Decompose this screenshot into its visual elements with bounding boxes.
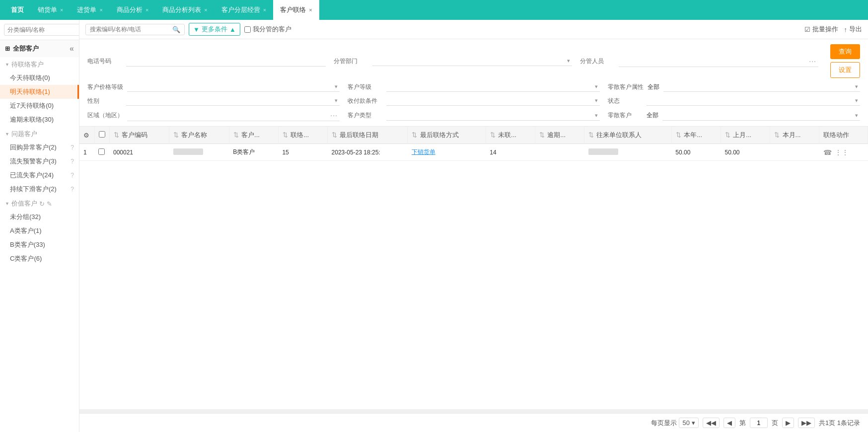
search-icon[interactable]: 🔍 <box>172 26 180 33</box>
cell-index: 1 <box>79 144 94 161</box>
search-input[interactable] <box>90 26 172 33</box>
sidebar-item-churned[interactable]: 已流失客户(24) ? <box>0 168 79 182</box>
sidebar-item-overdue-contact[interactable]: 逾期未联络(30) <box>0 113 79 127</box>
page-size-box[interactable]: 50 ▾ <box>679 418 698 428</box>
sidebar-item-class-b[interactable]: B类客户(33) <box>0 238 79 252</box>
sort-icon-contacts[interactable]: ⇅ <box>588 131 594 139</box>
price-level-select[interactable]: ▾ <box>127 82 340 92</box>
first-page-button[interactable]: ◀◀ <box>703 418 720 428</box>
sort-icon-last-method[interactable]: ⇅ <box>412 131 417 139</box>
nav-item-home[interactable]: 首页 <box>4 0 31 20</box>
sort-icon-this-month[interactable]: ⇅ <box>774 131 780 139</box>
status-select[interactable]: ▾ <box>647 96 860 106</box>
sort-icon-overdue[interactable]: ⇅ <box>539 131 545 139</box>
sort-icon-this-year[interactable]: ⇅ <box>676 131 681 139</box>
sidebar-item-today-contact[interactable]: 今天待联络(0) <box>0 71 79 85</box>
close-sales-icon[interactable]: × <box>60 7 63 13</box>
retail-customer-select[interactable]: ▾ <box>662 111 860 121</box>
sort-icon-last-date[interactable]: ⇅ <box>332 131 337 139</box>
top-navigation: 首页 销货单 × 进货单 × 商品分析 × 商品分析列表 × 客户分层经营 × … <box>0 0 868 20</box>
close-customer-tier-icon[interactable]: × <box>263 7 266 13</box>
close-customer-contact-icon[interactable]: × <box>309 7 312 13</box>
help-icon-churn[interactable]: ? <box>71 158 74 165</box>
blurred-contacts <box>588 148 618 155</box>
page-size-arrow-icon: ▾ <box>692 419 695 427</box>
gear-icon[interactable]: ⚙ <box>83 132 89 139</box>
table-row: 1 000021 B类客户 15 2023-05-23 18:25: 下销货单 <box>79 144 868 161</box>
export-button[interactable]: ↑ 导出 <box>844 25 863 34</box>
sidebar-item-declining[interactable]: 持续下滑客户(2) ? <box>0 182 79 196</box>
sidebar-item-week-contact[interactable]: 近7天待联络(0) <box>0 99 79 113</box>
close-goods-analysis-icon[interactable]: × <box>145 7 148 13</box>
close-purchase-icon[interactable]: × <box>99 7 102 13</box>
manager-select[interactable]: ··· <box>619 56 818 67</box>
content-area: 🔍 ▼ 更多条件 ▲ 我分管的客户 ☑ 批量操作 ↑ 导出 <box>79 20 868 432</box>
phone-input[interactable] <box>126 56 326 67</box>
customers-table: ⚙ ⇅ 客户编码 ⇅ 客户名称 <box>79 127 868 161</box>
horizontal-scrollbar[interactable] <box>79 409 868 413</box>
nav-item-goods-analysis[interactable]: 商品分析 × <box>110 0 155 20</box>
sidebar-all-customers[interactable]: ⊞ 全部客户 « <box>0 40 79 57</box>
refresh-icon[interactable]: ↻ <box>39 200 45 208</box>
section-value-customers[interactable]: 价值客户 ↻ ✎ <box>0 196 79 210</box>
help-icon-declining[interactable]: ? <box>71 186 74 193</box>
gender-arrow-icon: ▾ <box>335 97 338 104</box>
col-contacts: ⇅ 往来单位联系人 <box>584 127 672 144</box>
col-last-month: ⇅ 上月... <box>721 127 770 144</box>
sidebar-item-class-a[interactable]: A类客户(1) <box>0 224 79 238</box>
batch-button[interactable]: ☑ 批量操作 <box>804 25 838 34</box>
sort-icon-code[interactable]: ⇅ <box>114 131 119 139</box>
cell-last-contact-method[interactable]: 下销货单 <box>408 144 486 161</box>
last-page-button[interactable]: ▶▶ <box>798 418 815 428</box>
nav-item-goods-analysis-list[interactable]: 商品分析列表 × <box>155 0 214 20</box>
row-checkbox[interactable] <box>98 148 105 155</box>
payment-select[interactable]: ▾ <box>386 96 600 106</box>
filter-customer-level: 客户等级 ▾ <box>348 82 600 92</box>
customer-level-select[interactable]: ▾ <box>386 82 600 92</box>
more-action-icon[interactable]: ⋮⋮ <box>835 148 849 156</box>
select-all-checkbox[interactable] <box>99 131 105 138</box>
dept-select[interactable]: ▾ <box>372 56 572 66</box>
edit-value-icon[interactable]: ✎ <box>47 200 52 208</box>
sidebar-search-input[interactable] <box>4 24 79 36</box>
section-pending-contact[interactable]: 待联络客户 <box>0 57 79 71</box>
nav-item-purchase[interactable]: 进货单 × <box>70 0 109 20</box>
filter-phone: 电话号码 <box>87 56 326 67</box>
gender-select[interactable]: ▾ <box>126 96 340 106</box>
nav-item-sales[interactable]: 销货单 × <box>31 0 70 20</box>
filter-button[interactable]: ▼ 更多条件 ▲ <box>189 23 240 36</box>
section-problem-customers[interactable]: 问题客户 <box>0 127 79 141</box>
contact-action-icon[interactable]: ☎ <box>823 148 832 156</box>
my-customers-checkbox[interactable] <box>244 26 251 33</box>
col-checkbox[interactable] <box>94 127 109 144</box>
cell-contact-count: 15 <box>278 144 327 161</box>
nav-item-customer-tier[interactable]: 客户分层经营 × <box>215 0 273 20</box>
sidebar-item-class-c[interactable]: C类客户(6) <box>0 252 79 266</box>
help-icon-churned[interactable]: ? <box>71 172 74 179</box>
sort-icon-contact-count[interactable]: ⇅ <box>283 131 288 139</box>
collapse-icon[interactable]: « <box>70 44 74 53</box>
help-icon-repurchase[interactable]: ? <box>71 144 74 151</box>
settings-button[interactable]: 设置 <box>830 62 860 78</box>
sort-icon-type[interactable]: ⇅ <box>233 131 239 139</box>
sidebar-item-tomorrow-contact[interactable]: 明天待联络(1) <box>0 85 79 99</box>
close-goods-analysis-list-icon[interactable]: × <box>204 7 207 13</box>
query-button[interactable]: 查询 <box>830 44 860 59</box>
cell-checkbox[interactable] <box>94 144 109 161</box>
nav-item-customer-contact[interactable]: 客户联络 × <box>273 0 319 20</box>
customer-type-select[interactable]: ▾ <box>386 111 600 121</box>
my-customers-checkbox-wrap[interactable]: 我分管的客户 <box>244 25 291 34</box>
region-select[interactable]: ··· <box>127 110 340 121</box>
col-settings[interactable]: ⚙ <box>79 127 94 144</box>
cell-type: B类客户 <box>229 144 278 161</box>
next-page-button[interactable]: ▶ <box>782 418 794 428</box>
sort-icon-uncontacted[interactable]: ⇅ <box>490 131 496 139</box>
sort-icon-name[interactable]: ⇅ <box>173 131 179 139</box>
sort-icon-last-month[interactable]: ⇅ <box>725 131 730 139</box>
page-input[interactable] <box>750 418 768 428</box>
retail-attr-select[interactable]: ▾ <box>663 82 860 92</box>
sidebar-item-churn-warning[interactable]: 流失预警客户(3) ? <box>0 154 79 168</box>
prev-page-button[interactable]: ◀ <box>723 418 735 428</box>
sidebar-item-repurchase-abnormal[interactable]: 回购异常客户(2) ? <box>0 141 79 154</box>
sidebar-item-ungrouped[interactable]: 未分组(32) <box>0 210 79 224</box>
